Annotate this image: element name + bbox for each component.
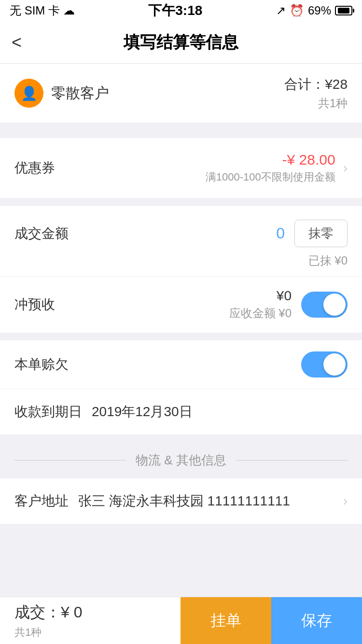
customer-name: 零散客户	[51, 84, 109, 103]
address-section: 客户地址 张三 海淀永丰科技园 11111111111 ›	[0, 478, 362, 524]
bottom-deal-label: 成交：	[14, 603, 61, 621]
back-button[interactable]: <	[12, 32, 22, 53]
status-bar: 无 SIM 卡 ☁ 下午3:18 ↗ ⏰ 69%	[0, 0, 362, 21]
divider-3	[0, 333, 362, 340]
bottom-deal-row: 成交：¥ 0	[14, 602, 166, 623]
coupon-value-group: -¥ 28.00 满1000-100不限制使用金额	[206, 152, 335, 184]
due-value: 2019年12月30日	[92, 403, 193, 421]
logistics-label: 物流 & 其他信息	[136, 452, 226, 469]
customer-row: 👤 零散客户 合计：¥28 共1种	[0, 64, 362, 123]
deal-section: 成交金额 0 抹零 已抹 ¥0	[0, 206, 362, 277]
location-icon: ↗	[276, 4, 286, 17]
total-amount: 合计：¥28	[284, 75, 348, 94]
bottom-deal-amount: ¥ 0	[61, 603, 82, 621]
avatar-icon: 👤	[21, 85, 38, 101]
page-title: 填写结算等信息	[124, 31, 238, 54]
toggle-knob	[323, 294, 346, 316]
bottom-count: 共1种	[14, 625, 166, 640]
coupon-desc: 满1000-100不限制使用金额	[206, 170, 335, 184]
prepay-amount: ¥0	[229, 288, 292, 304]
deal-sub-text: 已抹 ¥0	[14, 253, 348, 276]
round-button[interactable]: 抹零	[294, 220, 348, 247]
address-value: 张三 海淀永丰科技园 11111111111	[78, 492, 343, 510]
due-section: 收款到期日 2019年12月30日	[0, 389, 362, 434]
battery-percent: 69%	[308, 4, 331, 17]
debt-label: 本单赊欠	[14, 355, 69, 374]
customer-left: 👤 零散客户	[14, 79, 109, 108]
deal-right: 0 抹零	[276, 220, 348, 247]
status-time: 下午3:18	[148, 1, 202, 20]
coupon-label: 优惠券	[14, 159, 55, 177]
address-chevron-icon: ›	[343, 493, 348, 509]
debt-toggle[interactable]	[301, 351, 348, 378]
toggle-knob-debt	[323, 353, 346, 376]
save-button[interactable]: 保存	[271, 597, 362, 644]
avatar: 👤	[14, 79, 43, 108]
divider-line-right	[236, 460, 348, 461]
due-label: 收款到期日	[14, 403, 82, 421]
prepay-sub: 应收金额 ¥0	[229, 306, 292, 321]
bottom-summary: 成交：¥ 0 共1种	[0, 602, 181, 640]
address-row[interactable]: 客户地址 张三 海淀永丰科技园 11111111111 ›	[14, 492, 348, 510]
address-label: 客户地址	[14, 492, 69, 510]
bottom-bar: 成交：¥ 0 共1种 挂单 保存	[0, 597, 362, 644]
divider-2	[0, 198, 362, 206]
battery-icon	[335, 6, 352, 15]
prepay-toggle[interactable]	[301, 292, 348, 318]
prepay-right: ¥0 应收金额 ¥0	[229, 288, 348, 321]
content: 👤 零散客户 合计：¥28 共1种 优惠券 -¥ 28.00 满1000-100…	[0, 64, 362, 572]
due-row: 收款到期日 2019年12月30日	[14, 403, 348, 421]
prepay-value-group: ¥0 应收金额 ¥0	[229, 288, 292, 321]
coupon-discount: -¥ 28.00	[206, 152, 335, 168]
status-left: 无 SIM 卡 ☁	[10, 3, 75, 18]
nav-bar: < 填写结算等信息	[0, 21, 362, 64]
coupon-row[interactable]: 优惠券 -¥ 28.00 满1000-100不限制使用金额 ›	[0, 138, 362, 198]
logistics-divider: 物流 & 其他信息	[0, 442, 362, 478]
customer-total: 合计：¥28 共1种	[284, 75, 348, 111]
customer-section: 👤 零散客户 合计：¥28 共1种	[0, 64, 362, 123]
total-count: 共1种	[284, 96, 348, 111]
sim-label: 无 SIM 卡 ☁	[10, 3, 75, 18]
alarm-icon: ⏰	[290, 4, 304, 17]
status-right: ↗ ⏰ 69%	[276, 4, 352, 17]
pending-button[interactable]: 挂单	[181, 597, 271, 644]
coupon-right: -¥ 28.00 满1000-100不限制使用金额 ›	[206, 152, 348, 184]
prepay-section: 冲预收 ¥0 应收金额 ¥0	[0, 277, 362, 333]
deal-row: 成交金额 0 抹零	[14, 206, 348, 253]
debt-section: 本单赊欠	[0, 340, 362, 389]
deal-label: 成交金额	[14, 224, 69, 243]
prepay-label: 冲预收	[14, 295, 55, 314]
divider-line-left	[14, 460, 126, 461]
divider-1	[0, 130, 362, 138]
prepay-row: 冲预收 ¥0 应收金额 ¥0	[14, 277, 348, 333]
deal-amount: 0	[276, 224, 285, 242]
chevron-right-icon: ›	[343, 160, 348, 176]
